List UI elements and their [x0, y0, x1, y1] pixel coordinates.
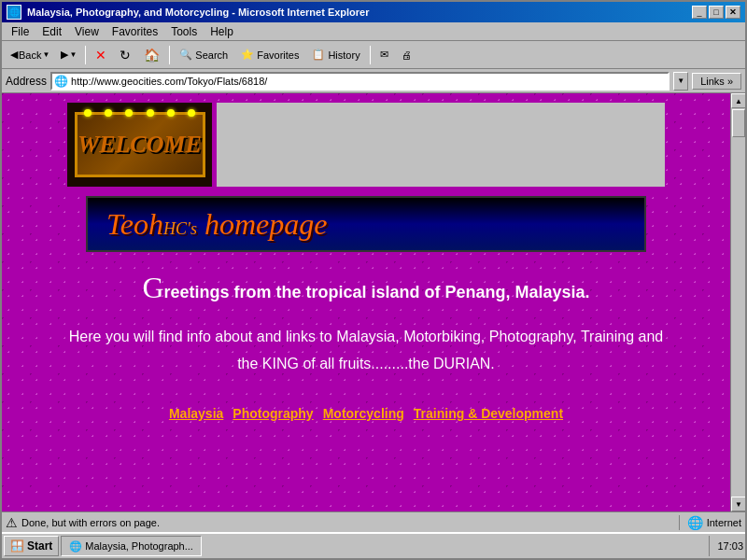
light-3 [125, 109, 133, 117]
light-4 [147, 109, 154, 117]
start-button[interactable]: 🪟 Start [4, 536, 59, 556]
separator-3 [370, 46, 371, 64]
address-input-container[interactable]: 🌐 http://www.geocities.com/Tokyo/Flats/6… [50, 72, 669, 91]
address-url: http://www.geocities.com/Tokyo/Flats/681… [71, 76, 267, 87]
search-button[interactable]: 🔍 Search [174, 44, 233, 66]
welcome-lights [78, 109, 203, 117]
greeting-line: Greetings from the tropical island of Pe… [67, 271, 665, 305]
toolbar: ◀ Back ▼ ▶ ▼ ✕ ↻ 🏠 🔍 Search ⭐ Favorites … [2, 41, 745, 69]
favorites-icon: ⭐ [241, 49, 254, 61]
refresh-button[interactable]: ↻ [114, 44, 136, 66]
window-controls[interactable]: _ □ ✕ [692, 6, 740, 19]
taskbar-clock: 17:03 [717, 540, 743, 552]
back-button[interactable]: ◀ Back ▼ [6, 44, 54, 66]
homepage-title: TeohHC's homepage [106, 207, 327, 242]
welcome-text: WELCOME [78, 131, 202, 159]
nav-link-training[interactable]: Training & Development [409, 406, 568, 421]
window-icon: 🌐 [7, 5, 21, 20]
webpage: WELCOME TeohHC's homepage Greetings from… [2, 93, 730, 511]
web-content: WELCOME TeohHC's homepage Greetings from… [2, 93, 730, 511]
menu-view[interactable]: View [69, 24, 105, 39]
mail-button[interactable]: ✉ [374, 44, 394, 66]
scroll-up-button[interactable]: ▲ [731, 93, 745, 108]
window-title: Malaysia, Photography, and Motorcycling … [27, 7, 370, 18]
refresh-icon: ↻ [120, 48, 131, 63]
greeting-rest: reetings from the tropical island of Pen… [164, 283, 590, 301]
start-windows-icon: 🪟 [10, 539, 24, 553]
status-text: Done, but with errors on page. [21, 517, 675, 528]
homepage-banner: TeohHC's homepage [86, 196, 646, 252]
status-warning-icon: ⚠ [6, 515, 18, 530]
light-6 [188, 109, 195, 117]
search-icon: 🔍 [179, 49, 192, 61]
forward-button[interactable]: ▶ ▼ [56, 44, 81, 66]
menu-file[interactable]: File [6, 24, 35, 39]
address-dropdown[interactable]: ▼ [673, 72, 688, 91]
welcome-banner: WELCOME [67, 103, 665, 187]
greeting-first-letter: G [142, 271, 163, 304]
menu-favorites[interactable]: Favorites [106, 24, 163, 39]
minimize-button[interactable]: _ [692, 6, 707, 19]
welcome-sign: WELCOME [67, 103, 212, 187]
menu-tools[interactable]: Tools [165, 24, 203, 39]
status-zone: 🌐 Internet [679, 515, 741, 530]
mail-icon: ✉ [380, 49, 388, 61]
scroll-down-button[interactable]: ▼ [731, 497, 745, 511]
favorites-button[interactable]: ⭐ Favorites [235, 44, 304, 66]
print-button[interactable]: 🖨 [396, 44, 417, 66]
history-label: History [328, 49, 359, 61]
maximize-button[interactable]: □ [709, 6, 724, 19]
stop-button[interactable]: ✕ [90, 44, 112, 66]
scrollbar-track[interactable] [731, 108, 745, 497]
status-bar: ⚠ Done, but with errors on page. 🌐 Inter… [2, 511, 745, 532]
history-icon: 📋 [312, 49, 325, 61]
taskbar-task-label: Malaysia, Photograph... [85, 540, 193, 552]
search-label: Search [195, 49, 228, 61]
info-text: Here you will find info about and links … [67, 324, 665, 378]
separator-2 [169, 46, 170, 64]
content-area: WELCOME TeohHC's homepage Greetings from… [2, 93, 745, 511]
forward-dropdown-icon: ▼ [69, 50, 77, 59]
favorites-label: Favorites [257, 49, 299, 61]
home-icon: 🏠 [144, 48, 160, 63]
nav-link-photography[interactable]: Photography [228, 406, 317, 421]
taskbar-ie-icon: 🌐 [69, 540, 82, 553]
light-1 [84, 109, 92, 117]
back-label: Back [19, 49, 41, 61]
address-label: Address [6, 75, 47, 88]
history-button[interactable]: 📋 History [306, 44, 365, 66]
stop-icon: ✕ [95, 48, 106, 63]
start-label: Start [27, 539, 52, 553]
scrollbar-thumb[interactable] [732, 109, 745, 137]
taskbar-task-ie[interactable]: 🌐 Malaysia, Photograph... [61, 536, 202, 556]
welcome-placeholder [217, 103, 665, 187]
back-arrow-icon: ◀ [10, 49, 18, 61]
menu-help[interactable]: Help [204, 24, 239, 39]
light-5 [167, 109, 175, 117]
taskbar-clock-area: 17:03 [709, 536, 743, 556]
light-2 [105, 109, 112, 117]
print-icon: 🖨 [402, 49, 412, 61]
nav-link-motorcycling[interactable]: Motorcycling [318, 406, 409, 421]
back-dropdown-icon: ▼ [42, 50, 49, 59]
greeting-section: Greetings from the tropical island of Pe… [67, 271, 665, 421]
menu-edit[interactable]: Edit [36, 24, 67, 39]
nav-links: Malaysia Photography Motorcycling Traini… [67, 406, 665, 421]
title-bar: 🌐 Malaysia, Photography, and Motorcyclin… [2, 2, 745, 22]
nav-link-malaysia[interactable]: Malaysia [164, 406, 228, 421]
scrollbar-vertical[interactable]: ▲ ▼ [730, 93, 745, 511]
forward-arrow-icon: ▶ [61, 49, 68, 61]
zone-icon: 🌐 [687, 515, 703, 530]
zone-label: Internet [707, 517, 741, 528]
home-button[interactable]: 🏠 [138, 44, 165, 66]
links-button[interactable]: Links » [692, 73, 741, 90]
menu-bar: File Edit View Favorites Tools Help [2, 22, 745, 41]
address-bar: Address 🌐 http://www.geocities.com/Tokyo… [2, 69, 745, 93]
separator-1 [85, 46, 86, 64]
taskbar: 🪟 Start 🌐 Malaysia, Photograph... 17:03 [2, 532, 745, 558]
close-button[interactable]: ✕ [726, 6, 740, 19]
